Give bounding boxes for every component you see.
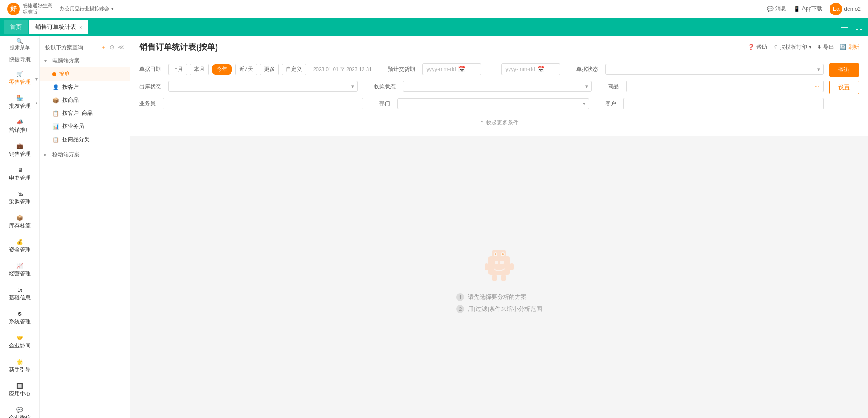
user-menu[interactable]: Ea demo2 [830,3,861,15]
add-plan-button[interactable]: ＋ [100,43,107,52]
tab-close-button[interactable]: × [79,24,82,30]
export-icon: ⬇ [817,44,821,50]
salesman-label: 业务员 [139,100,156,108]
customer-icon: 👤 [52,84,60,90]
sidebar-item-basic[interactable]: 🗂 基础信息 [0,282,39,306]
customer-more-button[interactable]: ··· [814,100,820,107]
content-area: 按以下方案查询 ＋ ⊙ ≪ ▾ 电脑端方案 按单 👤 按客户 📦 [40,36,868,418]
date-filter-group: 上月 本月 今年 近7天 更多 自定义 [168,64,306,75]
minimize-button[interactable]: — [839,23,850,31]
date-btn-7days[interactable]: 近7天 [235,64,257,75]
sidebar-item-purchase[interactable]: 🛍 采购管理 [0,186,39,210]
message-button[interactable]: 💬 消息 [767,5,786,13]
empty-tips: 1 请先选择要分析的方案 2 用[过滤]条件来缩小分析范围 [456,293,542,313]
svg-rect-6 [495,261,498,264]
sidebar-item-newbie[interactable]: 🌟 新手引导 [0,354,39,378]
dept-select[interactable] [397,98,590,109]
date-btn-custom[interactable]: 自定义 [282,64,306,75]
expected-date-start[interactable]: yyyy-mm-dd 📅 [422,63,481,75]
logo-text: 畅捷通好生意 标准版 [23,3,52,14]
sidebar-item-system[interactable]: ⚙ 系统管理 [0,306,39,330]
sidebar-item-finance[interactable]: 💰 资金管理 [0,234,39,258]
sidebar-item-retail[interactable]: 🛒 零售管理 ▾ [0,66,39,90]
collapse-icon: ⌃ [480,120,484,126]
print-icon: 🖨 [773,44,778,50]
expected-date-end[interactable]: yyyy-mm-dd 📅 [501,63,560,75]
goods-more-button[interactable]: ··· [814,83,820,90]
sidebar: 🔍 搜索菜单 快捷导航 🛒 零售管理 ▾ 🏪 批发管理 ▴ 📣 营销推广 💼 销… [0,36,40,418]
filter-row-1: 单据日期 上月 本月 今年 近7天 更多 自定义 2023-01-01 至 20… [139,63,824,75]
basic-icon: 🗂 [17,287,23,293]
tip-number-2: 2 [456,305,464,313]
search-icon: 🔍 [16,38,23,44]
tree-item-by-customer[interactable]: 👤 按客户 [40,81,130,94]
refresh-button[interactable]: 🔄 刷新 [840,43,859,51]
search-menu-button[interactable]: 🔍 搜索菜单 [0,36,39,53]
tab-sales-order-stats[interactable]: 销售订单统计表 × [29,20,88,34]
sidebar-item-wecom[interactable]: 💬 企业微信 [0,402,39,418]
shipment-label: 出库状态 [139,83,161,90]
main-layout: 🔍 搜索菜单 快捷导航 🛒 零售管理 ▾ 🏪 批发管理 ▴ 📣 营销推广 💼 销… [0,36,868,418]
sidebar-item-inventory[interactable]: 📦 库存核算 [0,210,39,234]
payment-label: 收款状态 [374,83,396,90]
tree-item-by-order[interactable]: 按单 [40,67,130,81]
marketing-icon: 📣 [16,119,23,125]
tree-item-by-goods[interactable]: 📦 按商品 [40,94,130,107]
quick-nav-button[interactable]: 快捷导航 [0,53,39,66]
tree-group-mobile[interactable]: ▸ 移动端方案 [40,148,130,161]
sidebar-item-appstore[interactable]: 🔲 应用中心 [0,378,39,402]
app-download-button[interactable]: 📱 App下载 [793,5,822,13]
filter-area: 单据日期 上月 本月 今年 近7天 更多 自定义 2023-01-01 至 20… [130,58,868,136]
tab-home[interactable]: 首页 [4,20,28,34]
template-print-button[interactable]: 🖨 按模板打印 ▾ [773,43,811,51]
action-buttons: 查询 设置 [829,63,859,94]
filter-row-2: 出库状态 收款状态 商品 ··· [139,81,824,92]
date-btn-this-year[interactable]: 今年 [212,64,232,75]
main-panel: 销售订单统计表(按单) ❓ 帮助 🖨 按模板打印 ▾ ⬇ [130,36,868,418]
ecommerce-icon: 🖥 [17,167,23,173]
svg-rect-0 [488,256,510,275]
calendar-icon-end[interactable]: 📅 [537,66,545,73]
tree-group-pc[interactable]: ▾ 电脑端方案 [40,54,130,67]
sidebar-item-operations[interactable]: 📈 经营管理 [0,258,39,282]
salesman-more-button[interactable]: ··· [354,100,359,107]
workspace-selector[interactable]: 办公用品行业模拟账套 ▾ [56,5,118,12]
maximize-button[interactable]: ⛶ [854,23,864,31]
payment-select[interactable] [403,81,592,92]
collapse-panel-button[interactable]: ≪ [118,43,124,52]
date-range-text: 2023-01-01 至 2023-12-31 [313,66,372,73]
settings-plan-button[interactable]: ⊙ [109,43,115,52]
newbie-icon: 🌟 [16,359,23,365]
empty-tip-2: 2 用[过滤]条件来缩小分析范围 [456,305,542,313]
date-btn-last-month[interactable]: 上月 [168,64,187,75]
sidebar-item-wholesale[interactable]: 🏪 批发管理 ▴ [0,90,39,114]
export-button[interactable]: ⬇ 导出 [817,43,834,51]
svg-rect-9 [510,263,514,270]
sidebar-item-marketing[interactable]: 📣 营销推广 [0,114,39,138]
filter-settings-button[interactable]: 设置 [829,81,859,94]
date-btn-more[interactable]: 更多 [260,64,279,75]
help-button[interactable]: ❓ 帮助 [748,43,767,51]
sidebar-item-ecommerce[interactable]: 🖥 电商管理 [0,162,39,186]
category-icon: 📋 [52,137,60,143]
tree-item-by-salesman[interactable]: 📊 按业务员 [40,120,130,133]
collapse-filter-button[interactable]: ⌃ 收起更多条件 [139,115,859,130]
tree-item-by-category[interactable]: 📋 按商品分类 [40,133,130,146]
top-bar: 好 畅捷通好生意 标准版 办公用品行业模拟账套 ▾ 💬 消息 📱 App下载 E… [0,0,868,18]
tree-item-by-customer-goods[interactable]: 📋 按客户+商品 [40,107,130,120]
sidebar-item-sales[interactable]: 💼 销售管理 [0,138,39,162]
page-title-row: 销售订单统计表(按单) ❓ 帮助 🖨 按模板打印 ▾ ⬇ [139,42,859,52]
wecom-icon: 💬 [16,407,23,413]
payment-select-wrapper [403,81,592,92]
status-select[interactable] [605,64,824,75]
customer-goods-icon: 📋 [52,110,60,117]
query-button[interactable]: 查询 [829,63,859,77]
logo-icon: 好 [7,3,20,15]
sidebar-item-enterprise[interactable]: 🤝 企业协同 [0,330,39,354]
purchase-icon: 🛍 [17,191,23,197]
retail-icon: 🛒 [16,71,23,77]
date-btn-this-month[interactable]: 本月 [190,64,209,75]
shipment-select[interactable] [168,81,358,92]
calendar-icon-start[interactable]: 📅 [458,66,466,73]
active-indicator [52,72,56,76]
